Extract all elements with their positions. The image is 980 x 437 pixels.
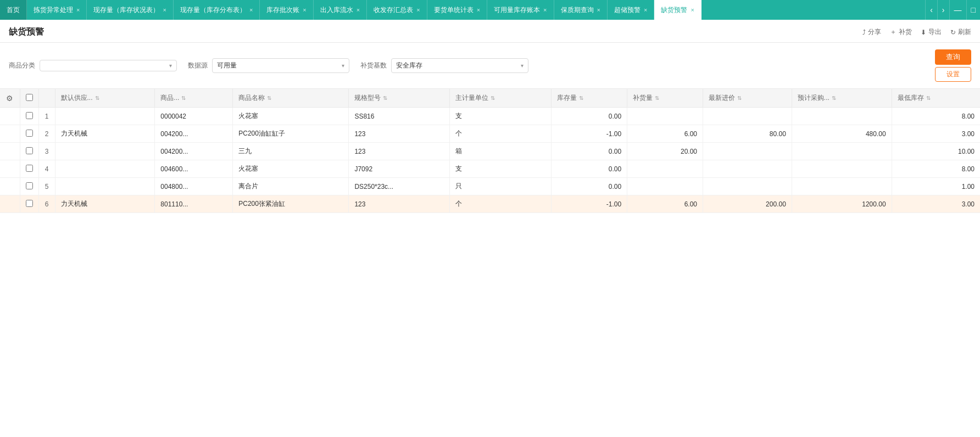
tab-item-8[interactable]: 可用量库存账本×	[487, 0, 554, 20]
tab-maximize-button[interactable]: □	[966, 0, 980, 20]
td-est-purchase: 480.00	[792, 125, 892, 143]
tab-close-3[interactable]: ×	[249, 7, 253, 13]
th-spec-label: 规格型号	[354, 93, 381, 103]
tab-item-11[interactable]: 缺货预警×	[654, 0, 701, 20]
tab-item-7[interactable]: 要货单统计表×	[427, 0, 487, 20]
td-no: 5	[38, 178, 55, 195]
th-replenish[interactable]: 补货量 ⇅	[627, 89, 703, 108]
latest-price-sort-icon: ⇅	[737, 95, 742, 101]
td-checkbox	[20, 178, 38, 195]
share-label: 分享	[868, 27, 881, 37]
replenish-base-filter-group: 补货基数 安全库存 ▾	[360, 58, 528, 73]
tab-item-0[interactable]: 首页	[0, 0, 27, 20]
tab-close-7[interactable]: ×	[477, 7, 480, 13]
td-supplier: 力天机械	[55, 195, 155, 213]
th-goods-code[interactable]: 商品... ⇅	[155, 89, 233, 108]
share-action[interactable]: ⤴ 分享	[862, 27, 881, 37]
row-checkbox-3[interactable]	[26, 165, 33, 172]
th-checkbox	[20, 89, 38, 108]
th-unit-label: 主计量单位	[455, 93, 488, 103]
td-gear	[0, 160, 20, 178]
replenish-label: 补货	[899, 27, 912, 37]
th-stock-label: 库存量	[557, 93, 577, 103]
replenish-action[interactable]: ＋ 补货	[890, 27, 912, 37]
export-action[interactable]: ⬇ 导出	[921, 27, 942, 37]
tab-item-6[interactable]: 收发存汇总表×	[367, 0, 427, 20]
tab-close-9[interactable]: ×	[597, 7, 600, 13]
settings-button[interactable]: 设置	[935, 67, 971, 82]
row-checkbox-0[interactable]	[26, 112, 33, 119]
tab-prev-button[interactable]: ‹	[925, 0, 937, 20]
th-spec[interactable]: 规格型号 ⇅	[349, 89, 449, 108]
td-goods-code: 0000042	[155, 108, 233, 125]
tab-close-6[interactable]: ×	[416, 7, 420, 13]
th-latest-price[interactable]: 最新进价 ⇅	[703, 89, 792, 108]
td-gear	[0, 125, 20, 143]
category-select[interactable]: ▾	[40, 60, 177, 71]
tab-close-4[interactable]: ×	[303, 7, 306, 13]
td-supplier	[55, 108, 155, 125]
row-checkbox-1[interactable]	[26, 130, 33, 137]
th-unit[interactable]: 主计量单位 ⇅	[449, 89, 552, 108]
td-latest-price	[703, 143, 792, 160]
tab-item-1[interactable]: 拣货异常处理×	[27, 0, 87, 20]
td-spec: DS250*23c...	[349, 178, 449, 195]
tab-bar: 首页拣货异常处理×现存量（库存状况表）×现存量（库存分布表）×库存批次账×出入库…	[0, 0, 980, 20]
spec-sort-icon: ⇅	[383, 95, 387, 101]
td-goods-code: 801110...	[155, 195, 233, 213]
th-supplier[interactable]: 默认供应... ⇅	[55, 89, 155, 108]
td-latest-price: 200.00	[703, 195, 792, 213]
td-checkbox	[20, 160, 38, 178]
table-row: 5004800...离合片DS250*23c...只0.001.00	[0, 178, 980, 195]
th-latest-price-label: 最新进价	[709, 93, 735, 103]
td-goods-name: PC200油缸缸子	[233, 125, 349, 143]
tab-item-5[interactable]: 出入库流水×	[314, 0, 367, 20]
page-title: 缺货预警	[9, 26, 44, 38]
query-button[interactable]: 查询	[935, 49, 971, 65]
refresh-action[interactable]: ↻ 刷新	[950, 27, 971, 37]
td-latest-price	[703, 160, 792, 178]
td-est-purchase	[792, 143, 892, 160]
tab-close-8[interactable]: ×	[543, 7, 547, 13]
td-no: 1	[38, 108, 55, 125]
share-icon: ⤴	[862, 29, 866, 36]
th-goods-name-label: 商品名称	[238, 93, 265, 103]
table-container: ⚙ 默认供应... ⇅ 商品...	[0, 89, 980, 213]
tab-close-1[interactable]: ×	[76, 7, 80, 13]
th-est-purchase[interactable]: 预计采购... ⇅	[792, 89, 892, 108]
row-checkbox-5[interactable]	[26, 200, 33, 207]
tab-nav-buttons: ‹ › — □	[925, 0, 980, 20]
filter-action-buttons: 查询 设置	[935, 49, 971, 82]
tab-item-4[interactable]: 库存批次账×	[260, 0, 313, 20]
td-est-purchase	[792, 178, 892, 195]
th-min-stock[interactable]: 最低库存 ⇅	[892, 89, 980, 108]
select-all-checkbox[interactable]	[26, 94, 33, 101]
td-unit: 个	[449, 125, 552, 143]
datasource-select[interactable]: 可用量 ▾	[212, 58, 349, 73]
td-checkbox	[20, 143, 38, 160]
tab-item-2[interactable]: 现存量（库存状况表）×	[87, 0, 173, 20]
td-supplier	[55, 160, 155, 178]
tab-next-button[interactable]: ›	[937, 0, 949, 20]
td-no: 6	[38, 195, 55, 213]
th-goods-name[interactable]: 商品名称 ⇅	[233, 89, 349, 108]
td-gear	[0, 108, 20, 125]
th-stock[interactable]: 库存量 ⇅	[552, 89, 627, 108]
tab-minimize-button[interactable]: —	[949, 0, 966, 20]
replenish-sort-icon: ⇅	[655, 95, 659, 101]
tab-close-2[interactable]: ×	[163, 7, 166, 13]
row-checkbox-4[interactable]	[26, 182, 33, 189]
tab-close-11[interactable]: ×	[691, 7, 694, 13]
tab-item-9[interactable]: 保质期查询×	[554, 0, 608, 20]
data-table: ⚙ 默认供应... ⇅ 商品...	[0, 89, 980, 213]
row-checkbox-2[interactable]	[26, 147, 33, 154]
tab-item-3[interactable]: 现存量（库存分布表）×	[174, 0, 260, 20]
td-est-purchase	[792, 108, 892, 125]
tab-close-5[interactable]: ×	[357, 7, 360, 13]
gear-settings-icon[interactable]: ⚙	[6, 94, 13, 103]
tab-item-10[interactable]: 超储预警×	[608, 0, 654, 20]
td-stock: 0.00	[552, 143, 627, 160]
tab-close-10[interactable]: ×	[644, 7, 647, 13]
td-spec: 123	[349, 125, 449, 143]
replenish-base-select[interactable]: 安全库存 ▾	[391, 58, 528, 73]
